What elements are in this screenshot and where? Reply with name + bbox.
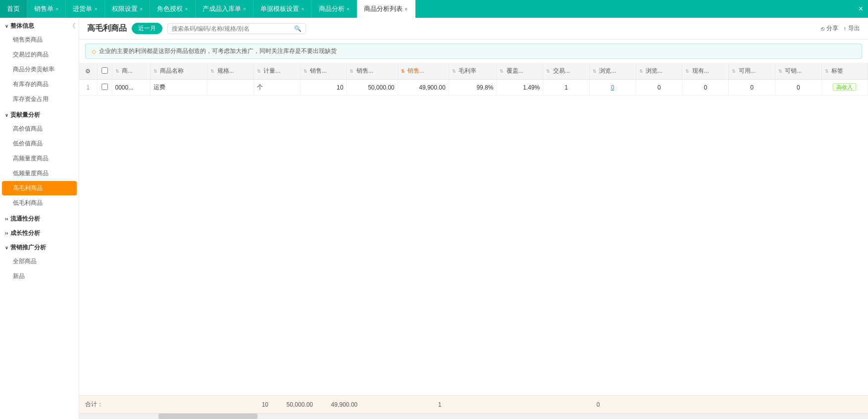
sidebar-group-wealth-analysis[interactable]: 贡献量分析	[0, 107, 79, 121]
nav-product-analysis[interactable]: 商品分析 ×	[312, 0, 357, 18]
footer-total-label: 合计：	[85, 400, 103, 409]
page-title: 高毛利商品	[87, 23, 127, 34]
sidebar-group-flow-analysis[interactable]: › 流通性分析	[0, 211, 79, 225]
sidebar-group-flow-analysis-label: 流通性分析	[10, 215, 40, 223]
info-banner: ◇ 企业的主要的利润都是这部分商品创造的，可考虑加大推广，同时关注库存是不要出现…	[85, 44, 862, 59]
sidebar-item-high-value[interactable]: 高价值商品	[2, 122, 77, 136]
cell-checkbox[interactable]	[97, 80, 112, 95]
filter-recent-month[interactable]: 近一月	[132, 23, 162, 34]
sidebar-item-in-stock-goods[interactable]: 有库存的商品	[2, 77, 77, 92]
col-trade-count[interactable]: ⇅ 交易...	[543, 63, 590, 80]
sort-icon-unit: ⇅	[257, 69, 261, 74]
nav-permission-setup[interactable]: 权限设置 ×	[105, 0, 150, 18]
sidebar-group-overall-info-arrow	[5, 23, 8, 29]
main-layout: 《 整体信息 销售类商品 交易过的商品 商品分类贡献率 有库存的商品 库存资金占…	[0, 18, 868, 419]
sidebar-item-goods-contrib-rate[interactable]: 商品分类贡献率	[2, 62, 77, 77]
nav-close-product-entry[interactable]: ×	[243, 6, 246, 12]
select-all-checkbox[interactable]	[102, 67, 108, 74]
sort-icon-browse1: ⇅	[593, 69, 597, 74]
sidebar-group-marketing-analysis-arrow	[5, 245, 8, 250]
sidebar-group-overall-info-label: 整体信息	[10, 22, 34, 30]
sidebar-item-high-freq[interactable]: 高频量度商品	[2, 151, 77, 166]
footer-available-empty	[499, 401, 539, 408]
col-margin-rate[interactable]: ⇅ 毛利率	[449, 63, 497, 80]
sidebar-item-sales-goods[interactable]: 销售类商品	[2, 33, 77, 47]
col-settings[interactable]: ⚙	[79, 63, 97, 80]
sidebar-item-high-margin[interactable]: 高毛利商品	[2, 181, 77, 195]
search-icon[interactable]: 🔍	[294, 25, 302, 32]
cell-sales-amount: 50,000.00	[347, 80, 398, 95]
nav-close-sales-order[interactable]: ×	[55, 6, 58, 12]
search-input[interactable]	[172, 25, 292, 32]
footer-sales-amount-val: 50,000.00	[271, 401, 316, 408]
nav-purchase[interactable]: 进货单 ×	[66, 0, 104, 18]
col-salable[interactable]: ⇅ 可销...	[775, 63, 821, 80]
sidebar-item-low-value[interactable]: 低价值商品	[2, 137, 77, 151]
cell-salable: 0	[775, 80, 821, 95]
col-sales-amount[interactable]: ⇅ 销售...	[347, 63, 398, 80]
nav-product-entry[interactable]: 产成品入库单 ×	[196, 0, 254, 18]
nav-role-permission[interactable]: 角色授权 ×	[150, 0, 195, 18]
nav-close-product-analysis[interactable]: ×	[347, 6, 350, 12]
nav-sales-order[interactable]: 销售单 ×	[27, 0, 66, 18]
nav-product-analysis-list[interactable]: 商品分析列表 ×	[357, 0, 415, 18]
col-name[interactable]: ⇅ 商品名称	[150, 63, 207, 80]
table-header-row: ⚙ ⇅ 商... ⇅ 商品名称 ⇅	[79, 63, 868, 80]
table-row: 1 0000... 运费 个 10 50,000.00 49,900.00 99…	[79, 80, 868, 95]
col-checkbox	[97, 63, 112, 80]
col-usable[interactable]: ⇅ 可用...	[729, 63, 775, 80]
nav-close-permission-setup[interactable]: ×	[140, 6, 143, 12]
col-browse2[interactable]: ⇅ 浏览...	[636, 63, 682, 80]
footer-usable-empty	[539, 401, 578, 408]
cell-browse1[interactable]: 0	[589, 80, 636, 95]
share-button[interactable]: ⎋ 分享	[821, 24, 838, 33]
nav-close-purchase[interactable]: ×	[94, 6, 97, 12]
col-sales-cost[interactable]: ⇅ 销售...	[398, 63, 449, 80]
sidebar-group-growth-analysis[interactable]: › 成长性分析	[0, 225, 79, 239]
sort-icon-margin-rate: ⇅	[452, 69, 456, 74]
content-header: 高毛利商品 近一月 🔍 ⎋ 分享 ↑ 导出	[79, 18, 868, 40]
footer-browse2-val	[460, 401, 499, 408]
nav-close-role-permission[interactable]: ×	[185, 6, 188, 12]
tip-icon: ◇	[92, 48, 96, 55]
cell-unit: 个	[254, 80, 300, 95]
sidebar-item-new-goods[interactable]: 新品	[2, 269, 77, 283]
sidebar-collapse-btn[interactable]: 《	[69, 22, 76, 31]
content-area: 高毛利商品 近一月 🔍 ⎋ 分享 ↑ 导出 ◇ 企业的主要的利润都是这部分商品创…	[79, 18, 868, 419]
sidebar-item-low-freq[interactable]: 低频量度商品	[2, 166, 77, 181]
sort-icon-coverage: ⇅	[500, 69, 504, 74]
col-spec[interactable]: ⇅ 规格...	[207, 63, 254, 80]
col-sales-qty[interactable]: ⇅ 销售...	[300, 63, 347, 80]
nav-close-order-template[interactable]: ×	[301, 6, 304, 12]
col-unit[interactable]: ⇅ 计量...	[254, 63, 300, 80]
sort-icon-trade-count: ⇅	[546, 69, 550, 74]
cell-browse2: 0	[636, 80, 682, 95]
col-browse1[interactable]: ⇅ 浏览...	[589, 63, 636, 80]
sidebar-group-flow-analysis-arrow: ›	[5, 216, 8, 222]
nav-order-template[interactable]: 单据模板设置 ×	[254, 0, 311, 18]
sort-icon-sales-cost: ⇅	[401, 69, 405, 74]
scrollbar-container	[79, 413, 868, 419]
scrollbar-thumb[interactable]	[158, 414, 257, 419]
sidebar-item-all-goods[interactable]: 全部商品	[2, 254, 77, 269]
export-icon: ↑	[843, 25, 846, 32]
sidebar: 《 整体信息 销售类商品 交易过的商品 商品分类贡献率 有库存的商品 库存资金占…	[0, 18, 79, 419]
sidebar-group-growth-analysis-arrow: ›	[5, 231, 8, 236]
sidebar-item-low-margin[interactable]: 低毛利商品	[2, 196, 77, 210]
sidebar-item-stock-capital[interactable]: 库存资金占用	[2, 92, 77, 106]
col-coverage[interactable]: ⇅ 覆盖...	[497, 63, 543, 80]
footer-sales-cost-val: 49,900.00	[316, 401, 360, 408]
search-box: 🔍	[167, 23, 306, 34]
export-button[interactable]: ↑ 导出	[843, 24, 860, 33]
col-tag[interactable]: ⇅ 标签	[821, 63, 868, 80]
cell-coverage: 1.49%	[497, 80, 543, 95]
nav-close-product-analysis-list[interactable]: ×	[405, 6, 408, 12]
window-close-button[interactable]: ×	[859, 4, 863, 13]
sidebar-group-marketing-analysis[interactable]: 营销推广分析	[0, 239, 79, 254]
col-available[interactable]: ⇅ 现有...	[682, 63, 729, 80]
col-code[interactable]: ⇅ 商...	[112, 63, 150, 80]
sidebar-item-traded-goods[interactable]: 交易过的商品	[2, 47, 77, 62]
sidebar-group-overall-info[interactable]: 整体信息	[0, 18, 79, 32]
nav-home[interactable]: 首页	[0, 0, 27, 18]
row-checkbox[interactable]	[102, 84, 108, 90]
